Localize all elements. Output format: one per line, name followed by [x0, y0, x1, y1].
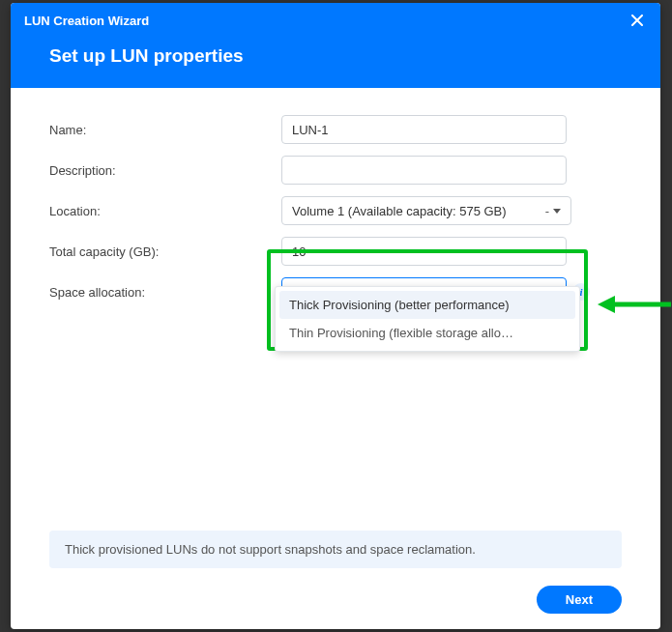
titlebar: LUN Creation Wizard [11, 3, 660, 34]
name-input[interactable] [281, 115, 567, 144]
page-title: Set up LUN properties [11, 34, 660, 88]
capacity-input[interactable] [281, 237, 567, 266]
next-button[interactable]: Next [537, 586, 622, 614]
chevron-down-icon: - [545, 204, 561, 218]
allocation-dropdown-panel: Thick Provisioning (better performance) … [275, 286, 580, 352]
label-location: Location: [49, 204, 281, 218]
location-select[interactable]: Volume 1 (Available capacity: 575 GB) - [281, 196, 571, 225]
window-title: LUN Creation Wizard [24, 14, 149, 28]
notice-bar: Thick provisioned LUNs do not support sn… [49, 531, 622, 568]
row-location: Location: Volume 1 (Available capacity: … [49, 196, 622, 225]
label-name: Name: [49, 123, 281, 137]
allocation-option-thin[interactable]: Thin Provisioning (flexible storage allo… [279, 319, 575, 347]
label-description: Description: [49, 163, 281, 178]
label-allocation: Space allocation: [49, 285, 281, 300]
location-value: Volume 1 (Available capacity: 575 GB) [292, 204, 507, 218]
label-capacity: Total capacity (GB): [49, 244, 281, 259]
row-name: Name: [49, 115, 622, 144]
allocation-option-thick[interactable]: Thick Provisioning (better performance) [279, 291, 575, 319]
wizard-header: LUN Creation Wizard Set up LUN propertie… [11, 3, 660, 88]
row-capacity: Total capacity (GB): [49, 237, 622, 266]
row-description: Description: [49, 156, 622, 185]
close-icon[interactable] [628, 11, 647, 30]
description-input[interactable] [281, 156, 567, 185]
wizard-footer: Next [11, 586, 660, 629]
